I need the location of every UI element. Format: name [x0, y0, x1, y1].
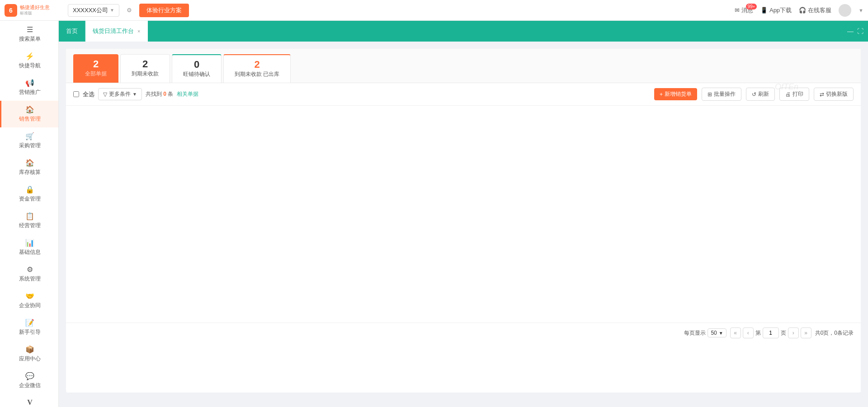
page-size-value: 50 — [711, 330, 717, 336]
select-all-checkbox[interactable] — [73, 91, 79, 97]
filter-dropdown-icon: ▼ — [132, 92, 137, 97]
batch-label: 批量操作 — [714, 90, 736, 98]
toolbar-right: + 新增销货单 ⊞ 批量操作 ↺ 刷新 🖨 打印 ⇄ 切换新版 — [654, 88, 854, 101]
first-page-btn[interactable]: « — [730, 327, 741, 338]
sidebar-item-capital[interactable]: 🔒 资金管理 — [0, 181, 58, 207]
next-page-btn[interactable]: › — [788, 327, 799, 338]
toolbar-left: 全选 ▽ 更多条件 ▼ 共找到 0 条 相关单据 — [73, 88, 198, 100]
prev-page-btn[interactable]: ‹ — [743, 327, 754, 338]
switch-label: 切换新版 — [826, 90, 848, 98]
stat-tab-shipped[interactable]: 2 到期未收款 已出库 — [223, 54, 291, 83]
message-btn[interactable]: ✉ 消息 99+ — [735, 6, 753, 14]
basic-info-icon: 📊 — [25, 239, 34, 247]
sidebar-item-purchase[interactable]: 🛒 采购管理 — [0, 127, 58, 154]
print-btn[interactable]: 🖨 打印 — [779, 88, 809, 101]
stat-tab-overdue[interactable]: 2 到期未收款 — [120, 54, 170, 83]
search-menu-icon: ☰ — [27, 25, 33, 34]
sidebar-item-system[interactable]: ⚙ 系统管理 — [0, 261, 58, 287]
sidebar-label-inventory: 库存核算 — [19, 168, 41, 176]
page-size-label: 每页显示 — [684, 329, 706, 337]
tab-close-icon[interactable]: × — [137, 28, 140, 34]
filter-btn[interactable]: ▽ 更多条件 ▼ — [98, 88, 142, 100]
dropdown-arrow-icon: ▼ — [110, 8, 114, 13]
quick-nav-icon: ⚡ — [25, 52, 34, 61]
page-nav: « ‹ 第 页 › » — [730, 327, 811, 338]
sidebar-label-system: 系统管理 — [19, 275, 41, 283]
online-service-btn[interactable]: 🎧 在线客服 — [799, 6, 831, 14]
sidebar-label-wechat: 企业微信 — [19, 382, 41, 389]
sidebar-item-search[interactable]: ☰ 搜索菜单 — [0, 21, 58, 47]
logo-area: 6 畅捷通好生意 标准版 — [5, 4, 63, 17]
sidebar-item-sales[interactable]: 🏠 销售管理 — [0, 101, 58, 127]
found-text: 共找到 0 条 — [146, 90, 173, 98]
sidebar-label-guide: 新手引导 — [19, 328, 41, 336]
related-link[interactable]: 相关单据 — [177, 90, 198, 98]
online-service-label: 在线客服 — [808, 6, 831, 14]
sidebar-item-app-center[interactable]: 📦 应用中心 — [0, 341, 58, 367]
main-content: 2 全部单据 2 到期未收款 0 旺铺待确认 2 到期未收款 已出库 全选 — [59, 42, 868, 407]
first-page-icon: « — [734, 330, 737, 336]
tab-home-label: 首页 — [66, 27, 78, 35]
sidebar-item-member[interactable]: V 畅会员 — [0, 394, 58, 407]
sidebar-item-wechat[interactable]: 💬 企业微信 — [0, 367, 58, 394]
stat-tab-pending[interactable]: 0 旺铺待确认 — [172, 54, 222, 83]
sidebar-item-enterprise[interactable]: 🤝 企业协同 — [0, 287, 58, 314]
sidebar-item-basic-info[interactable]: 📊 基础信息 — [0, 234, 58, 261]
experience-btn[interactable]: 体验行业方案 — [139, 4, 189, 17]
logo-text: 畅捷通好生意 — [20, 4, 50, 10]
user-avatar[interactable] — [839, 4, 851, 17]
table-empty — [66, 106, 861, 323]
system-icon: ⚙ — [27, 265, 33, 274]
page-number-input[interactable] — [763, 327, 779, 338]
filter-label: 更多条件 — [109, 90, 131, 98]
sidebar-item-guide[interactable]: 📝 新手引导 — [0, 314, 58, 341]
sidebar-item-marketing[interactable]: 📢 营销推广 — [0, 74, 58, 101]
member-icon: V — [27, 398, 33, 407]
page-size-dropdown[interactable]: 50 ▼ — [708, 328, 726, 337]
settings-icon[interactable]: ⚙ — [123, 4, 136, 17]
sidebar-label-quick-nav: 快捷导航 — [19, 62, 41, 70]
sidebar: ☰ 搜索菜单 ⚡ 快捷导航 📢 营销推广 🏠 销售管理 🛒 采购管理 🏠 库存核… — [0, 21, 59, 407]
sidebar-label-purchase: 采购管理 — [19, 142, 41, 150]
tab-bar: 首页 钱货日清工作台 × — ⛶ — [59, 21, 868, 42]
tab-home[interactable]: 首页 — [59, 21, 85, 42]
pagination-bar: 每页显示 50 ▼ « ‹ 第 页 › — [66, 323, 861, 343]
app-download-btn[interactable]: 📱 App下载 — [760, 6, 792, 14]
wechat-icon: 💬 — [25, 372, 34, 380]
tab-minimize-icon[interactable]: — — [847, 28, 854, 35]
sidebar-label-sales: 销售管理 — [19, 115, 41, 123]
tab-expand-icon[interactable]: ⛶ — [857, 28, 863, 35]
stat-label-pending: 旺铺待确认 — [183, 70, 210, 78]
sales-icon: 🏠 — [25, 105, 34, 114]
page-label: 第 — [755, 329, 761, 337]
switch-version-btn[interactable]: ⇄ 切换新版 — [814, 88, 854, 101]
stat-tab-all[interactable]: 2 全部单据 — [73, 54, 118, 83]
page-size-select: 每页显示 50 ▼ — [684, 328, 726, 337]
page-suffix: 页 — [781, 329, 786, 337]
refresh-icon: ↺ — [752, 91, 756, 98]
tab-workbench[interactable]: 钱货日清工作台 × — [85, 21, 148, 42]
sidebar-label-operations: 经营管理 — [19, 222, 41, 229]
refresh-btn[interactable]: ↺ 刷新 — [746, 88, 775, 101]
capital-icon: 🔒 — [25, 185, 34, 194]
user-name[interactable]: ▼ — [859, 8, 863, 13]
operations-icon: 📋 — [25, 212, 34, 220]
sidebar-item-inventory[interactable]: 🏠 库存核算 — [0, 154, 58, 181]
total-records: 共0页，0条记录 — [815, 329, 854, 337]
refresh-label: 刷新 — [758, 90, 769, 98]
sidebar-label-app-center: 应用中心 — [19, 355, 41, 363]
service-icon: 🎧 — [799, 7, 806, 14]
next-page-icon: › — [793, 330, 794, 336]
add-sale-label: 新增销货单 — [665, 90, 692, 98]
sidebar-label-basic-info: 基础信息 — [19, 248, 41, 256]
app-download-label: App下载 — [769, 6, 792, 14]
last-page-btn[interactable]: » — [801, 327, 811, 338]
add-sale-btn[interactable]: + 新增销货单 — [654, 88, 697, 100]
sidebar-item-quick-nav[interactable]: ⚡ 快捷导航 — [0, 47, 58, 74]
batch-operation-btn[interactable]: ⊞ 批量操作 — [702, 88, 741, 101]
batch-icon: ⊞ — [708, 91, 712, 98]
company-selector[interactable]: XXXXXX公司 ▼ — [68, 4, 119, 17]
purchase-icon: 🛒 — [25, 132, 34, 140]
sidebar-item-operations[interactable]: 📋 经营管理 — [0, 207, 58, 234]
page-size-arrow: ▼ — [719, 331, 723, 336]
